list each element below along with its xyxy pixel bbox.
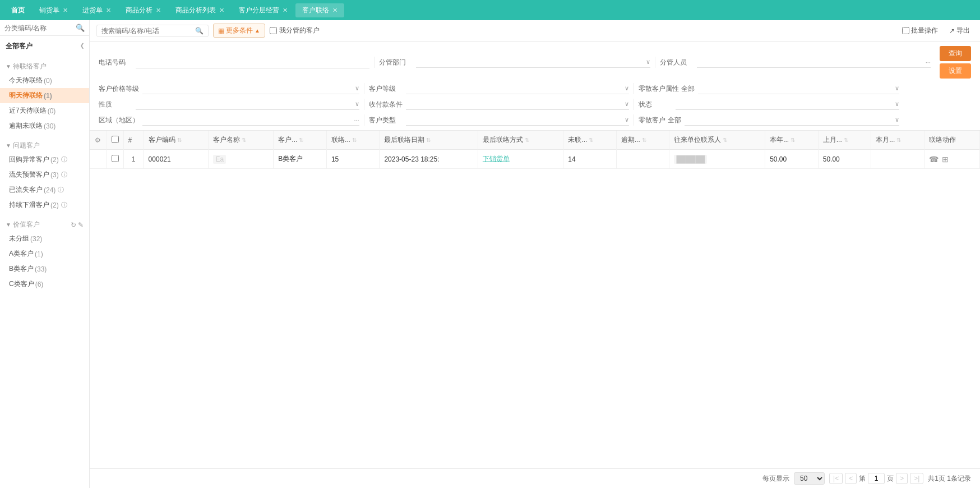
filter-field-retail-attr: 零散客户属性 全部 ∨	[639, 83, 899, 94]
first-page-btn[interactable]: |<	[829, 473, 843, 484]
next-page-btn[interactable]: >	[896, 473, 908, 484]
item-7days-count: (0)	[48, 107, 56, 115]
divider-7	[364, 114, 364, 126]
more-action-icon[interactable]: ⊞	[942, 155, 949, 164]
filter-select-status[interactable]: ∨	[676, 99, 899, 110]
search-icon[interactable]: 🔍	[195, 27, 204, 35]
th-last-contact-method-label: 最后联络方式	[483, 135, 523, 145]
select-all-checkbox[interactable]	[112, 136, 119, 143]
sidebar-item-churn-warning[interactable]: 流失预警客户 (3) ⓘ	[0, 167, 89, 182]
row1-checkbox[interactable]	[112, 155, 119, 162]
nav-item-customer-contact[interactable]: 客户联络 ✕	[295, 3, 344, 17]
filter-person-arrow: ···	[926, 59, 931, 66]
sidebar-item-tomorrow[interactable]: 明天待联络 (1)	[0, 88, 89, 103]
gear-icon[interactable]: ⚙	[95, 136, 101, 144]
sidebar-item-abnormal-repurchase[interactable]: 回购异常客户 (2) ⓘ	[0, 152, 89, 167]
nav-sales-close[interactable]: ✕	[63, 7, 68, 14]
filter-label-dept: 分管部门	[379, 58, 413, 67]
sidebar-search-input[interactable]	[4, 24, 73, 32]
page-size-select[interactable]: 50 10 20 100 200	[794, 472, 825, 485]
td-code-row1[interactable]: 000021	[144, 150, 209, 169]
contact-action-icon[interactable]: ☎	[929, 155, 939, 164]
sidebar-all-customers[interactable]: 全部客户 《	[0, 38, 89, 54]
nav-item-goods-analysis[interactable]: 商品分析 ✕	[119, 3, 168, 17]
sidebar-search-icon[interactable]: 🔍	[76, 24, 85, 32]
nav-item-home[interactable]: 首页	[4, 3, 31, 17]
th-this-year[interactable]: 本年... ⇅	[765, 131, 819, 150]
filter-panel: 电话号码 分管部门 ∨ 分管人员 ···	[90, 42, 980, 131]
settings-btn[interactable]: 设置	[940, 63, 971, 79]
th-contact-count[interactable]: 联络... ⇅	[326, 131, 380, 150]
filter-label-price-level: 客户价格等级	[99, 84, 139, 94]
filter-select-dept[interactable]: ∨	[416, 57, 650, 68]
sidebar-item-overdue[interactable]: 逾期未联络 (30)	[0, 118, 89, 133]
more-filter-btn[interactable]: ▦ 更多条件 ▲	[213, 24, 265, 38]
query-btn[interactable]: 查询	[940, 46, 971, 61]
filter-select-price-level[interactable]: ∨	[142, 83, 359, 94]
sidebar-group-header-problem[interactable]: ▼ 问题客户	[0, 138, 89, 152]
sort-icon-this-year: ⇅	[791, 137, 795, 143]
nav-item-goods-analysis-list[interactable]: 商品分析列表 ✕	[169, 3, 231, 17]
th-last-contact-date[interactable]: 最后联络日期 ⇅	[380, 131, 478, 150]
search-input[interactable]	[101, 27, 193, 35]
sidebar-item-today[interactable]: 今天待联络 (0)	[0, 73, 89, 88]
sidebar-item-class-b[interactable]: B类客户 (33)	[0, 261, 89, 277]
sidebar-item-declining[interactable]: 持续下滑客户 (2) ⓘ	[0, 197, 89, 213]
export-btn[interactable]: ↗ 导出	[946, 24, 973, 37]
td-last-method-row1: 下销货单	[478, 150, 563, 169]
filter-input-phone[interactable]	[136, 57, 369, 68]
th-type[interactable]: 客户... ⇅	[274, 131, 327, 150]
th-contact-person[interactable]: 往来单位联系人 ⇅	[669, 131, 765, 150]
filter-select-retail-customer[interactable]: ∨	[685, 114, 899, 126]
nav-item-purchase[interactable]: 进货单 ✕	[76, 3, 118, 17]
nav-home-label: 首页	[11, 6, 25, 15]
th-name[interactable]: 客户名称 ⇅	[209, 131, 274, 150]
sidebar-item-ungrouped[interactable]: 未分组 (32)	[0, 231, 89, 246]
filter-select-customer-type[interactable]: ∨	[406, 114, 630, 126]
filter-select-person[interactable]: ···	[697, 57, 931, 68]
nav-goods-analysis-list-close[interactable]: ✕	[219, 7, 224, 14]
th-last-contact-method[interactable]: 最后联络方式 ⇅	[478, 131, 563, 150]
nav-purchase-close[interactable]: ✕	[106, 7, 111, 14]
sidebar-item-class-a[interactable]: A类客户 (1)	[0, 246, 89, 261]
prev-page-btn[interactable]: <	[845, 473, 857, 484]
nav-goods-analysis-close[interactable]: ✕	[156, 7, 161, 14]
divider-4	[634, 83, 634, 94]
item-class-c-label: C类客户	[9, 279, 34, 289]
nav-customer-contact-close[interactable]: ✕	[332, 7, 338, 14]
nav-item-sales[interactable]: 销货单 ✕	[33, 3, 75, 17]
nav-customer-tier-close[interactable]: ✕	[283, 7, 288, 14]
th-not-contacted[interactable]: 未联... ⇅	[563, 131, 617, 150]
batch-checkbox[interactable]	[902, 27, 909, 34]
sort-icon-last-month: ⇅	[844, 137, 848, 143]
filter-field-nature: 性质 ∨	[99, 99, 359, 110]
item-today-count: (0)	[44, 77, 52, 85]
page-input[interactable]	[868, 473, 885, 484]
sidebar-group-header-value[interactable]: ▼ 价值客户 ↻ ✎	[0, 217, 89, 231]
batch-operation-btn[interactable]: 批量操作	[899, 24, 941, 37]
edit-icon-value[interactable]: ✎	[78, 221, 84, 229]
sidebar-item-class-c[interactable]: C类客户 (6)	[0, 277, 89, 292]
filter-select-region[interactable]: ···	[142, 115, 359, 126]
sidebar-group-header-pending[interactable]: ▼ 待联络客户	[0, 59, 89, 73]
nav-item-customer-tier[interactable]: 客户分层经营 ✕	[232, 3, 294, 17]
filter-select-customer-level[interactable]: ∨	[406, 83, 630, 94]
filter-select-nature[interactable]: ∨	[136, 99, 359, 110]
th-this-month[interactable]: 本月... ⇅	[871, 131, 924, 150]
th-code[interactable]: 客户编码 ⇅	[144, 131, 209, 150]
my-customers-checkbox[interactable]	[270, 27, 277, 34]
refresh-icon-value[interactable]: ↻	[71, 221, 76, 229]
sidebar-item-7days[interactable]: 近7天待联络 (0)	[0, 103, 89, 118]
item-ungrouped-label: 未分组	[9, 234, 29, 243]
filter-select-payment[interactable]: ∨	[406, 99, 630, 110]
row1-not-contacted: 14	[568, 155, 575, 163]
row1-last-method[interactable]: 下销货单	[483, 155, 510, 163]
item-class-c-count: (6)	[35, 280, 44, 288]
filter-select-retail-attr[interactable]: ∨	[698, 83, 899, 94]
last-page-btn[interactable]: >|	[910, 473, 923, 484]
td-name-row1[interactable]: Ea	[209, 150, 274, 169]
th-overdue[interactable]: 逾期... ⇅	[616, 131, 669, 150]
sidebar-item-churned[interactable]: 已流失客户 (24) ⓘ	[0, 182, 89, 197]
item-7days-label: 近7天待联络	[9, 106, 47, 116]
th-last-month[interactable]: 上月... ⇅	[818, 131, 871, 150]
